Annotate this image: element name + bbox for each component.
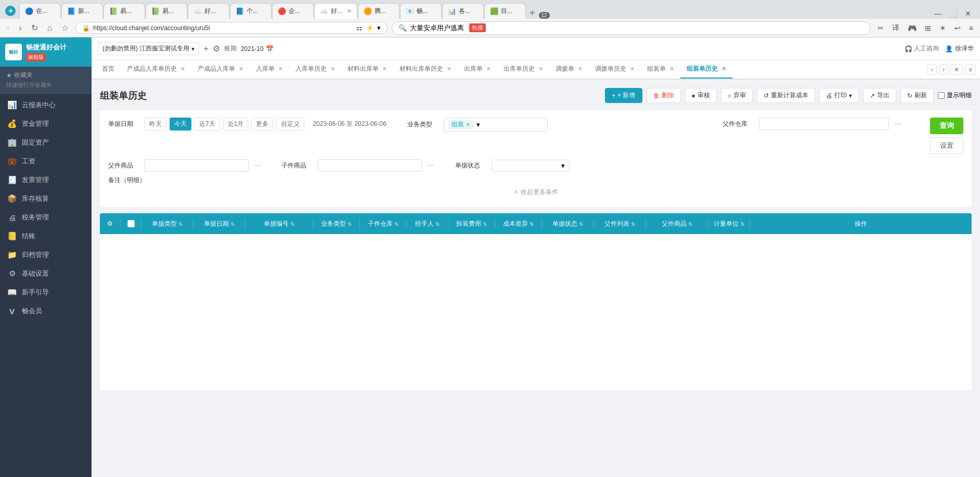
th-cost-diff[interactable]: 成本差异 ⇅ <box>495 220 542 228</box>
sidebar-item-invoice[interactable]: 🧾 发票管理 <box>0 171 92 189</box>
home-button[interactable]: ⌂ <box>45 22 55 34</box>
parent-goods-more[interactable]: ··· <box>254 161 261 170</box>
th-order-type[interactable]: 单据类型 ⇅ <box>141 220 194 228</box>
print-button[interactable]: 🖨 打印 ▾ <box>819 88 859 103</box>
th-unit[interactable]: 计量单位 ⇅ <box>708 220 750 228</box>
page-tab-assembly-hist[interactable]: 组装单历史 ✕ <box>680 60 732 79</box>
page-tab-out-order[interactable]: 出库单 ✕ <box>458 60 497 79</box>
scissors-icon[interactable]: ✂ <box>875 23 886 33</box>
sidebar-item-member[interactable]: V 畅会员 <box>0 302 92 320</box>
date-btn-more[interactable]: 更多 <box>251 118 273 131</box>
tabs-more-button[interactable]: ≡ <box>965 65 976 75</box>
biz-type-input[interactable]: 组装 ✕ ▾ <box>444 118 548 132</box>
sidebar-item-inventory[interactable]: 📦 库存核算 <box>0 189 92 208</box>
th-order-no[interactable]: 单据编号 ⇅ <box>246 220 313 228</box>
grid-view-icon[interactable]: ⊞ <box>922 23 934 33</box>
adjust-hist-close[interactable]: ✕ <box>630 66 635 72</box>
adjust-close[interactable]: ✕ <box>578 66 583 72</box>
out-order-close[interactable]: ✕ <box>486 66 491 72</box>
th-parent-goods[interactable]: 父件商品 ⇅ <box>646 220 708 228</box>
page-tab-prod-in-hist[interactable]: 产成品入库单历史 ✕ <box>121 60 191 79</box>
date-btn-today[interactable]: 今天 <box>170 118 191 131</box>
minimize-button[interactable]: ― <box>932 8 944 19</box>
prod-in-close[interactable]: ✕ <box>239 66 243 72</box>
select-all-checkbox[interactable] <box>127 220 135 227</box>
tab-close-8[interactable]: ✕ <box>347 8 352 15</box>
browser-tab-2[interactable]: 📘 新... <box>61 3 103 19</box>
sidebar-item-archive[interactable]: 📁 归档管理 <box>0 246 92 264</box>
browser-tab-1[interactable]: 🔵 在... <box>19 3 61 19</box>
page-tab-adjust-hist[interactable]: 调拨单历史 ✕ <box>589 60 641 79</box>
child-goods-more[interactable]: ··· <box>427 161 434 170</box>
company-selector[interactable]: (勿删勿禁用) 江西服宝测试专用 ▾ <box>98 42 199 55</box>
tabs-next-button[interactable]: › <box>939 65 948 75</box>
assembly-close[interactable]: ✕ <box>669 66 674 72</box>
calendar-icon[interactable]: 📅 <box>266 45 274 53</box>
browser-tab-8[interactable]: ☁️ 好... ✕ <box>314 3 357 19</box>
search-bar[interactable]: 🔍 大量安卓用户逃离 热搜 <box>392 21 871 35</box>
th-handler[interactable]: 经手人 ⇅ <box>407 220 448 228</box>
query-button[interactable]: 查询 <box>930 118 963 134</box>
sidebar-item-funds[interactable]: 💰 资金管理 <box>0 114 92 133</box>
mat-out-hist-close[interactable]: ✕ <box>447 66 452 72</box>
browser-tab-10[interactable]: 📧 畅... <box>400 3 442 19</box>
brightness-icon[interactable]: ☀ <box>937 23 949 33</box>
th-parent-list[interactable]: 父件列表 ⇅ <box>594 220 646 228</box>
assembly-hist-close[interactable]: ✕ <box>721 66 726 72</box>
page-tab-mat-out[interactable]: 材料出库单 ✕ <box>341 60 393 79</box>
page-tab-in-order[interactable]: 入库单 ✕ <box>250 60 289 79</box>
in-hist-close[interactable]: ✕ <box>330 66 335 72</box>
browser-tab-5[interactable]: ☁️ 好... <box>188 3 229 19</box>
support-button[interactable]: 🎧 人工咨询 <box>905 44 939 53</box>
child-goods-input[interactable] <box>318 159 422 172</box>
url-bar[interactable]: 🔒 https://cloud.chanjet.com/accounting/u… <box>75 22 388 34</box>
collapse-bar[interactable]: ∧ 收起更多条件 <box>108 185 963 200</box>
th-child-warehouse[interactable]: 子件仓库 ⇅ <box>360 220 407 228</box>
back-button[interactable]: ‹ <box>4 22 12 34</box>
page-tab-home[interactable]: 首页 <box>96 60 121 79</box>
audit-button[interactable]: ● 审核 <box>685 88 717 103</box>
page-tab-in-hist[interactable]: 入库单历史 ✕ <box>289 60 341 79</box>
maximize-button[interactable]: ⬜ <box>946 8 960 19</box>
th-disassembly-fee[interactable]: 拆装费用 ⇅ <box>448 220 495 228</box>
add-company-button[interactable]: + <box>203 44 208 54</box>
refresh-button[interactable]: ↻ 刷新 <box>900 88 934 103</box>
tabs-prev-button[interactable]: ‹ <box>927 65 937 75</box>
browser-tab-12[interactable]: 🟩 目... <box>484 3 526 19</box>
parent-warehouse-more[interactable]: ··· <box>894 119 901 128</box>
forward-button[interactable]: › <box>16 22 24 34</box>
dropdown-icon[interactable]: ▾ <box>377 24 381 32</box>
sidebar-item-assets[interactable]: 🏢 固定资产 <box>0 133 92 152</box>
date-btn-1month[interactable]: 近1月 <box>223 118 249 131</box>
page-tab-adjust[interactable]: 调拨单 ✕ <box>549 60 589 79</box>
undo-icon[interactable]: ↩ <box>952 23 963 33</box>
browser-tab-7[interactable]: 🔴 企... <box>272 3 314 19</box>
page-tab-mat-out-hist[interactable]: 材料出库单历史 ✕ <box>393 60 458 79</box>
th-order-status[interactable]: 单据状态 ⇅ <box>542 220 594 228</box>
sidebar-item-payroll[interactable]: 💼 工资 <box>0 152 92 171</box>
favorites-section[interactable]: ★ 收藏夹 快捷键打开收藏夹 <box>0 67 92 94</box>
th-order-date[interactable]: 单据日期 ⇅ <box>194 220 246 228</box>
page-tab-out-hist[interactable]: 出库单历史 ✕ <box>497 60 549 79</box>
new-tab-button[interactable]: + <box>526 8 538 19</box>
prod-in-hist-close[interactable]: ✕ <box>180 66 185 72</box>
parent-warehouse-input[interactable] <box>759 118 889 130</box>
browser-tab-3[interactable]: 📗 易... <box>104 3 145 19</box>
game-icon[interactable]: 🎮 <box>905 23 919 33</box>
biz-type-tag-close[interactable]: ✕ <box>466 121 470 128</box>
sidebar-item-guide[interactable]: 📖 新手引导 <box>0 283 92 302</box>
in-order-close[interactable]: ✕ <box>278 66 283 72</box>
recalc-button[interactable]: ↺ 重新计算成本 <box>757 88 815 103</box>
date-btn-7days[interactable]: 近7天 <box>195 118 220 131</box>
delete-button[interactable]: 🗑 删除 <box>647 88 681 103</box>
date-btn-custom[interactable]: 自定义 <box>276 118 304 131</box>
sidebar-item-tax[interactable]: 🖨 税务管理 <box>0 208 92 227</box>
menu-icon[interactable]: ≡ <box>966 23 976 33</box>
table-settings-th[interactable]: ⚙ <box>100 220 121 227</box>
show-detail-toggle[interactable]: 显示明细 <box>938 91 972 100</box>
browser-tab-11[interactable]: 📊 各... <box>442 3 484 19</box>
browser-tab-4[interactable]: 📗 易... <box>146 3 187 19</box>
table-checkbox-th[interactable] <box>121 220 141 227</box>
date-btn-yesterday[interactable]: 昨天 <box>145 118 166 131</box>
show-detail-checkbox[interactable] <box>938 92 945 99</box>
